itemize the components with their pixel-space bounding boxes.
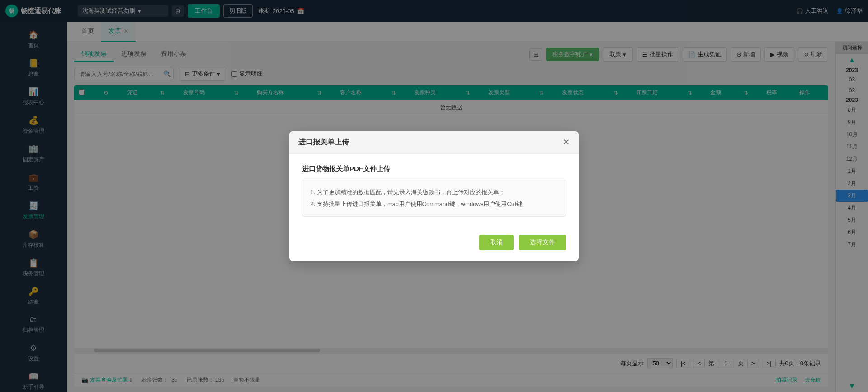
modal-instruction-2: 支持批量上传进口报关单，mac用户使用Command键，windows用户使用C…	[317, 198, 558, 210]
import-modal: 进口报关单上传 ✕ 进口货物报关单PDF文件上传 为了更加精准的数据匹配，请先录…	[289, 131, 579, 261]
modal-instructions-list: 为了更加精准的数据匹配，请先录入海关缴款书，再上传对应的报关单； 支持批量上传进…	[310, 186, 558, 210]
modal-instruction-1: 为了更加精准的数据匹配，请先录入海关缴款书，再上传对应的报关单；	[317, 186, 558, 198]
modal-footer: 取消 选择文件	[289, 228, 579, 261]
modal-title: 进口报关单上传	[298, 138, 349, 147]
modal-close-btn[interactable]: ✕	[563, 138, 570, 146]
modal-section-title: 进口货物报关单PDF文件上传	[302, 165, 566, 173]
modal-body: 进口货物报关单PDF文件上传 为了更加精准的数据匹配，请先录入海关缴款书，再上传…	[289, 154, 579, 228]
modal-header: 进口报关单上传 ✕	[289, 131, 579, 154]
modal-overlay: 进口报关单上传 ✕ 进口货物报关单PDF文件上传 为了更加精准的数据匹配，请先录…	[0, 0, 868, 392]
modal-info-box: 为了更加精准的数据匹配，请先录入海关缴款书，再上传对应的报关单； 支持批量上传进…	[302, 180, 566, 217]
modal-select-file-btn[interactable]: 选择文件	[519, 235, 566, 250]
modal-cancel-btn[interactable]: 取消	[479, 235, 514, 250]
